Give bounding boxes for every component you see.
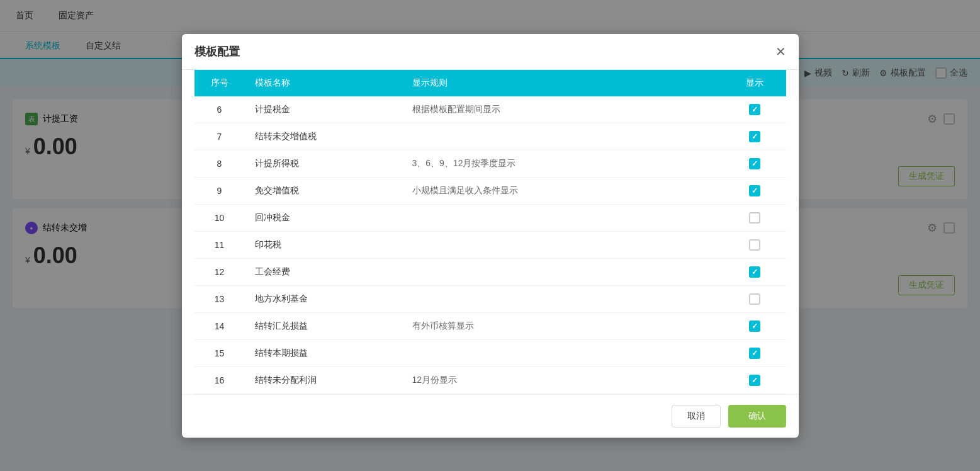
cell-seq: 10 bbox=[194, 204, 245, 231]
row-8-checkbox[interactable] bbox=[749, 158, 760, 169]
cell-rule bbox=[402, 231, 723, 258]
cell-rule bbox=[402, 123, 723, 150]
row-15-checkbox[interactable] bbox=[749, 348, 760, 359]
cancel-button[interactable]: 取消 bbox=[672, 405, 721, 428]
row-14-checkbox[interactable] bbox=[749, 321, 760, 332]
cell-rule bbox=[402, 204, 723, 231]
dialog-close-button[interactable]: ✕ bbox=[775, 45, 786, 58]
cell-seq: 16 bbox=[194, 366, 245, 394]
table-row: 16结转未分配利润12月份显示 bbox=[194, 366, 786, 394]
table-body: 6计提税金根据模板配置期间显示7结转未交增值税8计提所得税3、6、9、12月按季… bbox=[194, 96, 786, 394]
cell-name: 印花税 bbox=[245, 231, 402, 258]
cell-name: 结转汇兑损益 bbox=[245, 312, 402, 339]
cell-show bbox=[723, 366, 786, 394]
cell-name: 计提税金 bbox=[245, 96, 402, 123]
cell-name: 结转未交增值税 bbox=[245, 123, 402, 150]
cell-seq: 14 bbox=[194, 312, 245, 339]
table-row: 9免交增值税小规模且满足收入条件显示 bbox=[194, 177, 786, 204]
row-12-checkbox[interactable] bbox=[749, 266, 760, 278]
dialog-title: 模板配置 bbox=[194, 44, 240, 59]
cell-show bbox=[723, 258, 786, 285]
cell-name: 回冲税金 bbox=[245, 204, 402, 231]
cell-seq: 9 bbox=[194, 177, 245, 204]
row-9-checkbox[interactable] bbox=[749, 185, 760, 196]
table-row: 7结转未交增值税 bbox=[194, 123, 786, 150]
cell-rule: 3、6、9、12月按季度显示 bbox=[402, 150, 723, 177]
cell-seq: 12 bbox=[194, 258, 245, 285]
cell-name: 地方水利基金 bbox=[245, 285, 402, 312]
cell-rule: 12月份显示 bbox=[402, 366, 723, 394]
cell-name: 免交增值税 bbox=[245, 177, 402, 204]
row-6-checkbox[interactable] bbox=[749, 104, 760, 115]
cell-show bbox=[723, 204, 786, 231]
cell-seq: 11 bbox=[194, 231, 245, 258]
cell-seq: 8 bbox=[194, 150, 245, 177]
cell-rule bbox=[402, 339, 723, 366]
col-rule: 显示规则 bbox=[402, 70, 723, 96]
cell-show bbox=[723, 96, 786, 123]
cell-show bbox=[723, 177, 786, 204]
col-name: 模板名称 bbox=[245, 70, 402, 96]
cell-rule: 根据模板配置期间显示 bbox=[402, 96, 723, 123]
cell-show bbox=[723, 150, 786, 177]
row-10-checkbox[interactable] bbox=[749, 212, 760, 224]
table-row: 12工会经费 bbox=[194, 258, 786, 285]
row-7-checkbox[interactable] bbox=[749, 131, 760, 142]
dialog-header: 模板配置 ✕ bbox=[182, 34, 799, 70]
cell-seq: 7 bbox=[194, 123, 245, 150]
cell-name: 结转本期损益 bbox=[245, 339, 402, 366]
cell-show bbox=[723, 339, 786, 366]
table-row: 15结转本期损益 bbox=[194, 339, 786, 366]
table-row: 14结转汇兑损益有外币核算显示 bbox=[194, 312, 786, 339]
cell-show bbox=[723, 285, 786, 312]
cell-show bbox=[723, 312, 786, 339]
cell-rule bbox=[402, 285, 723, 312]
cell-show bbox=[723, 231, 786, 258]
table-row: 8计提所得税3、6、9、12月按季度显示 bbox=[194, 150, 786, 177]
table-row: 11印花税 bbox=[194, 231, 786, 258]
dialog-table-wrap: 序号 模板名称 显示规则 显示 6计提税金根据模板配置期间显示7结转未交增值税8… bbox=[182, 70, 799, 394]
cell-name: 计提所得税 bbox=[245, 150, 402, 177]
table-row: 10回冲税金 bbox=[194, 204, 786, 231]
template-config-dialog: 模板配置 ✕ 序号 模板名称 显示规则 显示 6计提税金根据模板配置期间显示7结… bbox=[182, 34, 799, 438]
row-13-checkbox[interactable] bbox=[749, 293, 760, 305]
dialog-footer: 取消 确认 bbox=[182, 394, 799, 438]
col-show: 显示 bbox=[723, 70, 786, 96]
cell-rule bbox=[402, 258, 723, 285]
cell-seq: 6 bbox=[194, 96, 245, 123]
cell-seq: 13 bbox=[194, 285, 245, 312]
cell-seq: 15 bbox=[194, 339, 245, 366]
table-row: 6计提税金根据模板配置期间显示 bbox=[194, 96, 786, 123]
table-header-row: 序号 模板名称 显示规则 显示 bbox=[194, 70, 786, 96]
col-seq: 序号 bbox=[194, 70, 245, 96]
cell-name: 结转未分配利润 bbox=[245, 366, 402, 394]
table-row: 13地方水利基金 bbox=[194, 285, 786, 312]
cell-show bbox=[723, 123, 786, 150]
cell-rule: 小规模且满足收入条件显示 bbox=[402, 177, 723, 204]
row-11-checkbox[interactable] bbox=[749, 239, 760, 251]
cell-rule: 有外币核算显示 bbox=[402, 312, 723, 339]
confirm-button[interactable]: 确认 bbox=[728, 405, 786, 428]
config-table: 序号 模板名称 显示规则 显示 6计提税金根据模板配置期间显示7结转未交增值税8… bbox=[194, 70, 786, 394]
row-16-checkbox[interactable] bbox=[749, 375, 760, 386]
modal-overlay: 模板配置 ✕ 序号 模板名称 显示规则 显示 6计提税金根据模板配置期间显示7结… bbox=[0, 0, 980, 471]
cell-name: 工会经费 bbox=[245, 258, 402, 285]
